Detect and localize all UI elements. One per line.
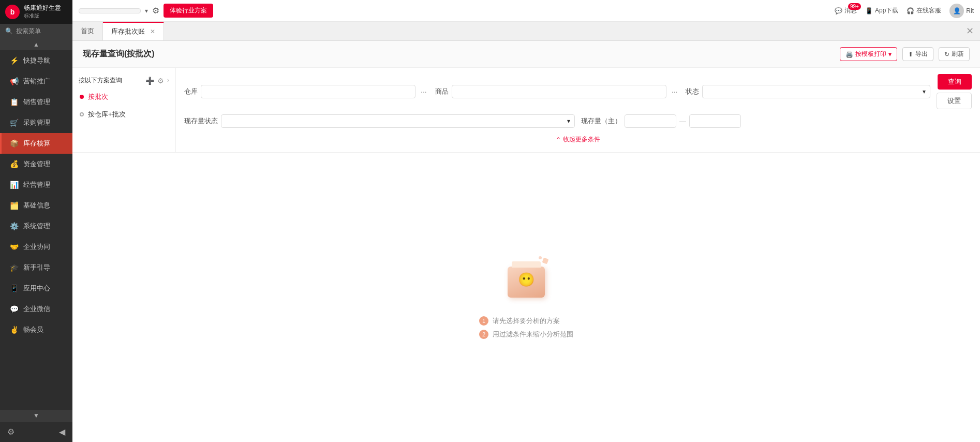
sidebar-item-finance[interactable]: 💰 资金管理 (0, 154, 72, 174)
range-dash: — (679, 117, 686, 125)
sidebar-item-label: 资金管理 (23, 159, 50, 169)
product-label: 商品 (435, 87, 449, 96)
sidebar-item-newbie[interactable]: 🎓 新手引导 (0, 257, 72, 278)
sidebar-item-appstore[interactable]: 📱 应用中心 (0, 278, 72, 299)
sidebar-nav: ⚡ 快捷导航 📢 营销推广 📋 销售管理 🛒 采购管理 📦 库存核算 💰 资金管… (0, 50, 72, 410)
empty-icon: 😶 (500, 256, 552, 308)
tabs-bar: 首页 库存批次账 ✕ ✕ (72, 22, 980, 41)
enterprise-icon: 🤝 (9, 242, 19, 252)
product-dots-btn[interactable]: ··· (670, 87, 680, 96)
inactive-dot (80, 112, 84, 116)
filter-sidebar-actions: ➕ ⚙ › (145, 77, 169, 85)
tab-close-btn[interactable]: ✕ (150, 28, 155, 35)
sidebar-item-purchase[interactable]: 🛒 采购管理 (0, 112, 72, 133)
add-filter-icon[interactable]: ➕ (145, 77, 154, 85)
sidebar-item-shortcuts[interactable]: ⚡ 快捷导航 (0, 50, 72, 71)
message-icon: 💬 (835, 7, 842, 14)
panel-close-btn[interactable]: ✕ (960, 25, 980, 37)
user-avatar-area[interactable]: 👤 Rit (949, 4, 974, 18)
hint-num-2: 2 (479, 330, 488, 339)
sidebar-item-label: 基础信息 (23, 201, 50, 210)
settings-footer-btn[interactable]: ⚙ (7, 427, 14, 437)
product-input[interactable] (452, 85, 666, 98)
sidebar-item-marketing[interactable]: 📢 营销推广 (0, 71, 72, 92)
sidebar-item-sales[interactable]: 📋 销售管理 (0, 92, 72, 112)
filter-field-warehouse: 仓库 ··· (184, 85, 429, 98)
sidebar-item-system[interactable]: ⚙️ 系统管理 (0, 216, 72, 237)
export-btn[interactable]: ⬆ 导出 (902, 47, 933, 61)
sidebar-item-basic[interactable]: 🗂️ 基础信息 (0, 195, 72, 216)
app-logo: b (5, 5, 20, 19)
printer-icon: 🖨️ (845, 51, 853, 58)
active-dot (80, 95, 84, 99)
operations-icon: 📊 (9, 180, 19, 190)
warehouse-dots-btn[interactable]: ··· (419, 87, 429, 96)
search-label: 搜索菜单 (16, 27, 41, 36)
stock-qty-label: 现存量（主） (581, 116, 621, 126)
topbar-dropdown-icon[interactable]: ▾ (145, 7, 148, 14)
sidebar-item-label: 经营管理 (23, 180, 50, 189)
stock-qty-max-input[interactable] (689, 114, 741, 128)
topbar-left: ▾ ⚙ 体验行业方案 (79, 4, 830, 18)
refresh-icon: ↻ (944, 51, 949, 58)
content-area: 现存量查询(按批次) 🖨️ 按模板打印 ▾ ⬆ 导出 ↻ 刷新 (72, 41, 980, 442)
trial-btn[interactable]: 体验行业方案 (164, 4, 213, 18)
page-title: 现存量查询(按批次) (83, 49, 155, 60)
query-btn[interactable]: 查询 (938, 74, 972, 90)
filter-option-by-warehouse-batch[interactable]: 按仓库+批次 (72, 106, 175, 123)
system-icon: ⚙️ (9, 221, 19, 231)
settings-btn[interactable]: 设置 (937, 93, 972, 109)
sidebar-item-member[interactable]: ✌ 畅会员 (0, 319, 72, 340)
refresh-btn[interactable]: ↻ 刷新 (939, 47, 970, 61)
scroll-up-btn[interactable]: ▲ (0, 39, 72, 50)
tab-home[interactable]: 首页 (72, 22, 103, 40)
marketing-icon: 📢 (9, 76, 19, 86)
tab-inventory-batch[interactable]: 库存批次账 ✕ (103, 22, 164, 40)
sidebar-item-inventory[interactable]: 📦 库存核算 (0, 133, 72, 154)
settings-filter-icon[interactable]: ⚙ (157, 77, 164, 85)
sidebar-item-label: 新手引导 (23, 263, 50, 272)
sidebar-item-enterprise[interactable]: 🤝 企业协同 (0, 237, 72, 257)
collapse-filter-icon[interactable]: › (167, 77, 169, 85)
filter-field-product: 商品 ··· (435, 85, 680, 98)
empty-hint-1: 1 请先选择要分析的方案 (479, 316, 573, 326)
topbar: ▾ ⚙ 体验行业方案 💬 消息 99+ 📱 App下载 🎧 在线客服 👤 (72, 0, 980, 22)
status-dropdown-icon: ▾ (923, 88, 926, 95)
topbar-gear-icon[interactable]: ⚙ (152, 6, 159, 16)
filter-option-by-batch[interactable]: 按批次 (72, 88, 175, 106)
app-download-btn[interactable]: 📱 App下载 (865, 6, 898, 15)
filter-sidebar-header: 按以下方案查询 ➕ ⚙ › (72, 73, 175, 88)
sidebar-header: b 畅康通好生意 标准版 (0, 0, 72, 24)
sidebar: b 畅康通好生意 标准版 🔍 搜索菜单 ▲ ⚡ 快捷导航 📢 营销推广 📋 销售… (0, 0, 72, 442)
sidebar-search[interactable]: 🔍 搜索菜单 (0, 24, 72, 39)
warehouse-input[interactable] (201, 85, 415, 98)
online-service-btn[interactable]: 🎧 在线客服 (907, 6, 941, 15)
sidebar-item-wechat[interactable]: 💬 企业微信 (0, 299, 72, 319)
search-icon: 🔍 (5, 27, 13, 35)
tab-inventory-batch-label: 库存批次账 (111, 27, 145, 36)
print-dropdown-icon[interactable]: ▾ (888, 51, 892, 58)
stock-qty-min-input[interactable] (625, 114, 676, 128)
headset-icon: 🎧 (907, 7, 914, 14)
stock-status-select[interactable]: ▾ (221, 114, 575, 128)
scroll-down-btn[interactable]: ▼ (0, 410, 72, 421)
filter-field-status: 状态 ▾ (686, 85, 930, 98)
status-select[interactable]: ▾ (702, 85, 930, 98)
messages-btn[interactable]: 💬 消息 99+ (835, 6, 857, 15)
sidebar-item-label: 快捷导航 (23, 56, 50, 65)
sidebar-item-operations[interactable]: 📊 经营管理 (0, 174, 72, 195)
member-icon: ✌ (9, 325, 19, 335)
sidebar-item-label: 企业微信 (23, 304, 50, 314)
purchase-icon: 🛒 (9, 117, 19, 128)
filter-area: 按以下方案查询 ➕ ⚙ › 按批次 按仓库+批次 (72, 68, 980, 152)
sidebar-item-label: 库存核算 (23, 139, 50, 148)
collapse-more-btn[interactable]: ⌃ 收起更多条件 (552, 133, 604, 146)
collapse-sidebar-btn[interactable]: ◀ (59, 427, 65, 437)
topbar-search[interactable] (79, 8, 141, 13)
warehouse-label: 仓库 (184, 87, 198, 96)
print-btn[interactable]: 🖨️ 按模板打印 ▾ (840, 47, 897, 61)
basic-icon: 🗂️ (9, 200, 19, 211)
filter-option-label: 按批次 (88, 92, 108, 101)
wechat-icon: 💬 (9, 304, 19, 314)
hint-text-2: 用过滤条件来缩小分析范围 (493, 330, 573, 339)
